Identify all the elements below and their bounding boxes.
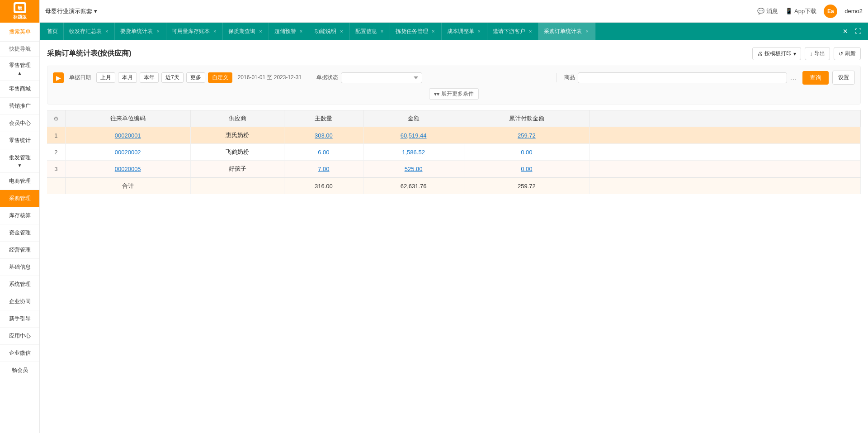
tab-function-desc[interactable]: 功能说明 × [309, 23, 349, 40]
tab-home[interactable]: 首页 [42, 23, 64, 40]
row-amount[interactable]: 1,586.52 [363, 144, 464, 161]
status-select[interactable] [341, 72, 422, 83]
table-row[interactable]: 1 00020001 惠氏奶粉 303.00 60,519.44 259.72 [47, 127, 861, 144]
sidebar-item-inventory[interactable]: 库存核算 [0, 207, 39, 224]
search-menu-label[interactable]: 搜索英单 [3, 26, 37, 38]
tab-shelf-life-label: 保质期查询 [228, 28, 255, 35]
table-row[interactable]: 3 00020005 好孩子 7.00 525.80 0.00 [47, 161, 861, 178]
app-download-button[interactable]: 📱 App下载 [785, 7, 816, 15]
sidebar-item-marketing[interactable]: 营销推广 [0, 98, 39, 115]
expand-down-icon: ▾▾ [434, 91, 439, 97]
this-year-button[interactable]: 本年 [140, 72, 159, 83]
row-supplier: 好孩子 [190, 161, 284, 178]
row-paid[interactable]: 0.00 [464, 161, 589, 178]
sidebar-item-wholesale[interactable]: 批发管理 ▼ [0, 149, 39, 173]
goods-input[interactable] [578, 72, 787, 83]
row-code[interactable]: 00020002 [65, 144, 190, 161]
tab-purchase-order-close[interactable]: × [585, 28, 589, 34]
sidebar-item-purchase[interactable]: 采购管理 [0, 190, 39, 207]
tab-config-info[interactable]: 配置信息 × [350, 23, 390, 40]
sidebar-item-guide[interactable]: 新手引导 [0, 310, 39, 328]
row-code[interactable]: 00020005 [65, 161, 190, 178]
tab-shelf-life-close[interactable]: × [258, 28, 263, 34]
logo-label: 标题版 [13, 14, 27, 20]
tab-overstock-close[interactable]: × [299, 28, 303, 34]
user-avatar[interactable]: Ea [824, 5, 837, 18]
tab-receive-send-close[interactable]: × [104, 28, 109, 34]
tab-cost-label: 成本调整单 [447, 28, 474, 35]
logo-icon: 畅 [14, 2, 26, 13]
row-qty[interactable]: 6.00 [284, 144, 363, 161]
sidebar-item-retail-shop[interactable]: 零售商城 [0, 81, 39, 98]
tab-close-all-button[interactable]: ✕ [840, 26, 851, 37]
row-extra [590, 127, 861, 144]
sidebar-item-ecommerce[interactable]: 电商管理 [0, 173, 39, 190]
tab-invite-downstream[interactable]: 邀请下游客户 × [487, 23, 538, 40]
sidebar-item-operations[interactable]: 经营管理 [0, 242, 39, 259]
tab-purchase-stats[interactable]: 要货单统计表 × [115, 23, 166, 40]
refresh-button[interactable]: ↺ 刷新 [834, 47, 861, 60]
row-paid[interactable]: 0.00 [464, 144, 589, 161]
seven-days-button[interactable]: 近7天 [161, 72, 184, 83]
filter-toggle-button[interactable]: ▶ [53, 72, 64, 83]
tab-maximize-button[interactable]: ⛶ [853, 26, 863, 37]
row-code[interactable]: 00020001 [65, 127, 190, 144]
tab-cost-adjust[interactable]: 成本调整单 × [442, 23, 487, 40]
sidebar-item-finance[interactable]: 资金管理 [0, 224, 39, 242]
col-qty: 主数量 [284, 110, 363, 127]
tab-function-label: 功能说明 [315, 28, 336, 35]
tab-receive-send[interactable]: 收发存汇总表 × [64, 23, 115, 40]
tab-purchase-stats-close[interactable]: × [156, 28, 160, 34]
row-extra [590, 161, 861, 178]
row-paid[interactable]: 259.72 [464, 127, 589, 144]
goods-input-more-icon[interactable]: … [790, 74, 797, 82]
col-settings[interactable]: ⚙ [47, 110, 65, 127]
tab-picking-close[interactable]: × [431, 28, 435, 34]
table-row[interactable]: 2 00020002 飞鹤奶粉 6.00 1,586.52 0.00 [47, 144, 861, 161]
page-actions: 🖨 按模板打印 ▾ ↓ 导出 ↺ 刷新 [752, 47, 861, 60]
sidebar-item-app-center[interactable]: 应用中心 [0, 328, 39, 345]
more-dates-button[interactable]: 更多 [186, 72, 205, 83]
footer-paid: 259.72 [464, 177, 589, 194]
this-month-button[interactable]: 本月 [118, 72, 137, 83]
print-button[interactable]: 🖨 按模板打印 ▾ [752, 47, 801, 60]
user-name[interactable]: demo2 [844, 8, 863, 14]
sidebar-item-vip[interactable]: 畅会员 [0, 362, 39, 379]
topbar-right: 💬 消息 📱 App下载 Ea demo2 [757, 5, 863, 18]
app-icon: 📱 [785, 8, 793, 14]
tab-config-close[interactable]: × [380, 28, 384, 34]
filter-divider-2 [557, 73, 557, 82]
tab-invite-close[interactable]: × [528, 28, 533, 34]
tab-picking-task[interactable]: 拣货任务管理 × [390, 23, 441, 40]
message-label: 消息 [766, 7, 778, 15]
tab-function-close[interactable]: × [339, 28, 344, 34]
sidebar-item-basic[interactable]: 基础信息 [0, 259, 39, 276]
company-selector[interactable]: 母婴行业演示账套 ▾ [45, 7, 97, 15]
sidebar-item-member[interactable]: 会员中心 [0, 115, 39, 132]
row-qty[interactable]: 7.00 [284, 161, 363, 178]
col-amount: 金额 [363, 110, 464, 127]
sidebar-item-enterprise[interactable]: 企业协同 [0, 293, 39, 310]
sidebar-item-retail[interactable]: 零售管理 ▲ [0, 57, 39, 81]
sidebar-item-system[interactable]: 系统管理 [0, 276, 39, 293]
last-month-button[interactable]: 上月 [96, 72, 115, 83]
tab-overstock-warning[interactable]: 超储预警 × [269, 23, 309, 40]
row-qty[interactable]: 303.00 [284, 127, 363, 144]
search-button[interactable]: 查询 [802, 71, 829, 85]
tab-shelf-life[interactable]: 保质期查询 × [223, 23, 269, 40]
footer-empty-1 [47, 177, 65, 194]
row-amount[interactable]: 60,519.44 [363, 127, 464, 144]
sidebar-item-wechat[interactable]: 企业微信 [0, 345, 39, 362]
tab-available-stock-close[interactable]: × [212, 28, 217, 34]
message-button[interactable]: 💬 消息 [757, 7, 778, 15]
export-button[interactable]: ↓ 导出 [805, 47, 830, 60]
tab-cost-close[interactable]: × [477, 28, 481, 34]
sidebar-item-retail-stats[interactable]: 零售统计 [0, 132, 39, 149]
expand-more-button[interactable]: ▾▾ 展开更多条件 [429, 88, 479, 100]
tab-available-stock[interactable]: 可用量库存账本 × [166, 23, 223, 40]
filter-status: 单据状态 [316, 72, 549, 83]
row-amount[interactable]: 525.80 [363, 161, 464, 178]
tab-invite-label: 邀请下游客户 [493, 28, 525, 35]
tab-purchase-order-stats[interactable]: 采购订单统计表 × [538, 23, 595, 40]
settings-button[interactable]: 设置 [832, 71, 855, 85]
